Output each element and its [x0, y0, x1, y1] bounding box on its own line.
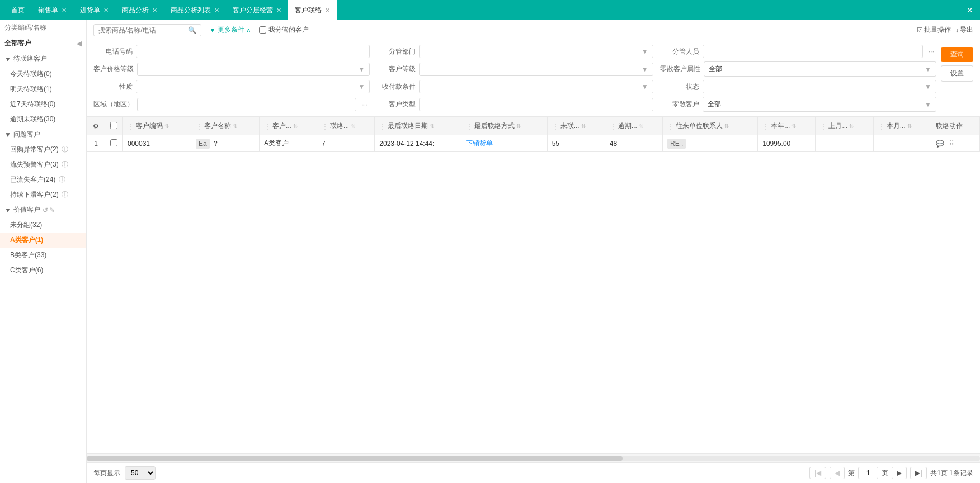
filter-dept-select[interactable]: ▼: [419, 45, 653, 58]
filter-price-select[interactable]: ▼: [137, 63, 370, 76]
prev-page-button[interactable]: ◀: [830, 467, 845, 479]
sort-type-icon[interactable]: ⇅: [293, 123, 298, 129]
batch-operation-button[interactable]: ☑ 批量操作: [917, 25, 951, 35]
resize-name[interactable]: ⋮: [196, 122, 202, 130]
sidebar-item-overdue[interactable]: 逾期未联络(30): [0, 112, 86, 127]
sidebar-group-pending-title[interactable]: ▼ 待联络客户: [0, 51, 86, 67]
resize-overdue[interactable]: ⋮: [610, 122, 616, 130]
close-goods-analysis-icon[interactable]: ✕: [152, 7, 157, 14]
scrollbar-thumb[interactable]: [87, 456, 623, 461]
filter-nature-select[interactable]: ▼: [136, 80, 370, 93]
resize-contact[interactable]: ⋮: [322, 122, 328, 130]
next-page-button[interactable]: ▶: [892, 467, 907, 479]
sidebar-collapse-icon[interactable]: ◀: [77, 40, 82, 48]
filter-customer-level-select[interactable]: ▼: [419, 63, 653, 76]
sort-last-month-icon[interactable]: ⇅: [849, 123, 854, 129]
cell-last-method[interactable]: 下销货单: [461, 135, 547, 152]
sort-unit-contact-icon[interactable]: ⇅: [724, 123, 729, 129]
nav-tab-goods-analysis[interactable]: 商品分析 ✕: [115, 0, 164, 20]
sidebar-item-churn-warning[interactable]: 流失预警客户(3) ⓘ: [0, 157, 86, 172]
close-segment-icon[interactable]: ✕: [276, 7, 281, 14]
filter-status: 状态 ▼: [660, 80, 936, 93]
filter-more-button[interactable]: ▼ 更多条件 ∧: [206, 23, 255, 36]
per-page-select[interactable]: 50 100 200: [125, 466, 156, 480]
filter-region-input[interactable]: [137, 98, 356, 111]
sidebar-item-class-c[interactable]: C类客户(6): [0, 263, 86, 278]
resize-this-month[interactable]: ⋮: [878, 122, 885, 130]
close-contact-icon[interactable]: ✕: [325, 7, 330, 14]
sidebar-search-input[interactable]: [4, 23, 87, 31]
filter-customer-type-input[interactable]: [419, 98, 653, 111]
nav-tab-customer-contact[interactable]: 客户联络 ✕: [288, 0, 337, 20]
filter-manager-more-icon[interactable]: ···: [926, 45, 936, 58]
filter-status-select[interactable]: ▼: [703, 80, 936, 93]
gear-icon[interactable]: ⚙: [93, 122, 99, 130]
nav-tab-home[interactable]: 首页: [4, 0, 31, 20]
resize-last-method[interactable]: ⋮: [466, 122, 473, 130]
sidebar-all-customers[interactable]: 全部客户 ◀: [0, 35, 86, 51]
scrollbar-track[interactable]: [87, 456, 980, 461]
refresh-icon[interactable]: ↺: [43, 206, 48, 214]
nav-tab-sales[interactable]: 销售单 ✕: [31, 0, 73, 20]
sidebar-group-problem-title[interactable]: ▼ 问题客户: [0, 127, 86, 142]
qr-action-icon[interactable]: ⠿: [949, 140, 954, 148]
sidebar-group-value-title[interactable]: ▼ 价值客户 ↺ ✎: [0, 202, 86, 217]
filter-manager-input[interactable]: [703, 45, 923, 58]
nav-tab-goods-list[interactable]: 商品分析列表 ✕: [164, 0, 226, 20]
export-button[interactable]: ↓ 导出: [955, 25, 973, 35]
my-customer-checkbox[interactable]: [259, 26, 266, 34]
filter-payment-select[interactable]: ▼: [419, 80, 653, 93]
query-button[interactable]: 查询: [941, 47, 973, 62]
sidebar-item-today[interactable]: 今天待联络(0): [0, 67, 86, 82]
close-all-button[interactable]: ✕: [964, 3, 976, 17]
filter-region-more-icon[interactable]: ···: [360, 98, 370, 111]
resize-code[interactable]: ⋮: [128, 122, 134, 130]
page-number-input[interactable]: [858, 467, 878, 479]
last-page-button[interactable]: ▶|: [910, 467, 927, 479]
sort-this-month-icon[interactable]: ⇅: [907, 123, 912, 129]
filter-retail-select[interactable]: 全部 ▼: [703, 97, 936, 112]
close-goods-list-icon[interactable]: ✕: [214, 7, 219, 14]
sort-overdue-icon[interactable]: ⇅: [639, 123, 643, 129]
sidebar-item-declining[interactable]: 持续下滑客户(2) ⓘ: [0, 187, 86, 202]
setting-button[interactable]: 设置: [941, 65, 973, 82]
sidebar-item-7days[interactable]: 近7天待联络(0): [0, 97, 86, 112]
sort-last-date-icon[interactable]: ⇅: [430, 123, 434, 129]
nav-tab-customer-segment[interactable]: 客户分层经营 ✕: [226, 0, 288, 20]
sidebar-item-class-a[interactable]: A类客户(1): [0, 233, 86, 248]
close-sales-icon[interactable]: ✕: [62, 7, 67, 14]
last-method-link[interactable]: 下销货单: [466, 139, 493, 147]
resize-type[interactable]: ⋮: [264, 122, 271, 130]
sidebar-item-churned[interactable]: 已流失客户(24) ⓘ: [0, 172, 86, 187]
sidebar-group-pending: ▼ 待联络客户 今天待联络(0) 明天待联络(1) 近7天待联络(0) 逾期未联…: [0, 51, 86, 127]
th-gear[interactable]: ⚙: [87, 117, 105, 135]
sort-contact-icon[interactable]: ⇅: [351, 123, 355, 129]
resize-unit-contact[interactable]: ⋮: [667, 122, 674, 130]
filter-phone-input[interactable]: [136, 45, 370, 58]
sort-last-method-icon[interactable]: ⇅: [516, 123, 521, 129]
resize-this-year[interactable]: ⋮: [762, 122, 769, 130]
nav-tab-purchase[interactable]: 进货单 ✕: [73, 0, 115, 20]
row-checkbox[interactable]: [110, 139, 117, 146]
filter-icon: ▼: [209, 26, 216, 34]
select-all-checkbox[interactable]: [110, 122, 117, 129]
sort-code-icon[interactable]: ⇅: [164, 123, 169, 129]
chat-action-icon[interactable]: 💬: [936, 140, 944, 148]
first-page-button[interactable]: |◀: [809, 467, 826, 479]
sidebar-item-class-b[interactable]: B类客户(33): [0, 248, 86, 263]
edit-icon[interactable]: ✎: [49, 206, 55, 214]
sidebar-item-tomorrow[interactable]: 明天待联络(1): [0, 82, 86, 97]
search-input[interactable]: [98, 26, 188, 34]
resize-no-contact[interactable]: ⋮: [552, 122, 559, 130]
filter-price-label: 客户价格等级: [93, 64, 134, 74]
sidebar-item-unclassified[interactable]: 未分组(32): [0, 217, 86, 233]
sidebar-item-repurchase-abnormal[interactable]: 回购异常客户(2) ⓘ: [0, 142, 86, 157]
resize-last-date[interactable]: ⋮: [379, 122, 386, 130]
resize-last-month[interactable]: ⋮: [820, 122, 827, 130]
horizontal-scrollbar[interactable]: [87, 453, 980, 462]
sort-this-year-icon[interactable]: ⇅: [791, 123, 796, 129]
filter-retail-attr-select[interactable]: 全部 ▼: [704, 61, 936, 77]
sort-no-contact-icon[interactable]: ⇅: [581, 123, 586, 129]
sort-name-icon[interactable]: ⇅: [233, 123, 237, 129]
close-purchase-icon[interactable]: ✕: [103, 7, 109, 14]
